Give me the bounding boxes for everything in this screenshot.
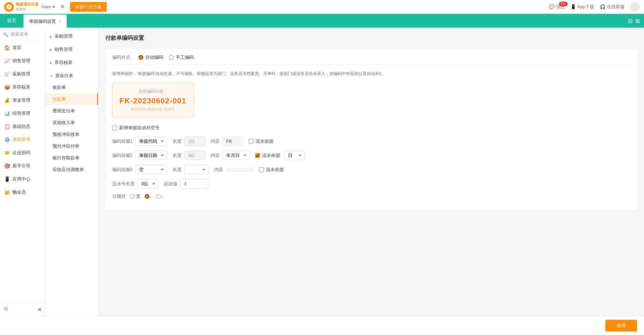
try-button[interactable]: 体验行业方案 bbox=[70, 2, 107, 12]
sec-item-adjust[interactable]: 应收应付调整单 bbox=[45, 164, 98, 176]
sidebar-collapse-icon[interactable]: ◀ bbox=[37, 306, 41, 312]
topbar-nav: Nare ▾ ⚙ 体验行业方案 bbox=[41, 2, 107, 12]
serial-row: 流水号长度 3位 4位 5位 起始值 bbox=[112, 179, 630, 188]
start-value-input[interactable] bbox=[180, 179, 208, 188]
prefix2-stream-field: 流水依据 日 月 年 bbox=[255, 151, 305, 160]
prefix2-row: 编码前缀2 单据日期 单据代码 空 长度 内容 年月日 年月 bbox=[112, 151, 630, 160]
sidebar-item-finance[interactable]: 💰 资金管理 bbox=[0, 94, 45, 107]
system-icon: ⚙️ bbox=[4, 137, 10, 142]
enterprise-icon: 🤝 bbox=[4, 150, 10, 156]
sidebar-item-sales[interactable]: 📈 销售管理 bbox=[0, 54, 45, 67]
prefix1-stream-field: 流水依据 bbox=[249, 138, 273, 145]
prefix2-length-label: 长度 bbox=[173, 152, 182, 159]
sec-group-inventory: ▶ 库存核算 bbox=[45, 57, 98, 68]
nav-dropdown[interactable]: Nare ▾ bbox=[41, 4, 55, 9]
sec-item-payment[interactable]: 付款单 bbox=[45, 93, 98, 105]
prefix1-length-field: 长度 bbox=[173, 137, 205, 146]
sec-header-purchase[interactable]: ▶ 采购管理 bbox=[45, 30, 98, 42]
prefix2-stream-unit-select[interactable]: 日 月 年 bbox=[284, 151, 305, 160]
auto-encode-radio[interactable]: 自动编码 bbox=[138, 54, 163, 61]
prefix1-select[interactable]: 单据代码 单据日期 空 bbox=[135, 137, 167, 146]
sec-item-bank[interactable]: 银行存取款单 bbox=[45, 152, 98, 164]
page-title: 付款单编码设置 bbox=[105, 35, 637, 42]
chevron-right-icon2: ▶ bbox=[50, 48, 52, 52]
maximize-icon[interactable]: ⊞ bbox=[635, 18, 640, 24]
sidebar-search[interactable]: 🔍 搜索菜单 bbox=[0, 28, 45, 41]
avatar[interactable] bbox=[630, 2, 640, 12]
sidebar-item-system[interactable]: ⚙️ 系统管理 bbox=[0, 133, 45, 146]
sidebar-item-home[interactable]: 🏠 首页 bbox=[0, 41, 45, 54]
sec-header-inventory[interactable]: ▶ 库存核算 bbox=[45, 57, 98, 68]
sec-header-capital[interactable]: ▼ 资金往来 bbox=[45, 70, 98, 82]
tab-single-encode[interactable]: 单据编码设置 × bbox=[23, 15, 67, 28]
app-download-button[interactable]: 📱 App下载 bbox=[570, 4, 594, 10]
sec-item-expense[interactable]: 费用支出单 bbox=[45, 105, 98, 117]
sidebar-settings-icon[interactable]: ⚙ bbox=[3, 306, 8, 312]
start-value-field: 起始值 bbox=[164, 179, 208, 188]
topbar-right: 💬 消息 99+ 📱 App下载 🎧 在线客服 bbox=[549, 2, 640, 12]
secondary-sidebar: ▶ 采购管理 ▶ 销售管理 ▶ 库存核算 ▼ 资金往来 收款单 付款单 费用支出… bbox=[45, 28, 98, 316]
tab-home[interactable]: 首页 bbox=[0, 14, 23, 28]
logo-text: 畅捷通好生意 旗舰版 bbox=[16, 2, 39, 12]
sep-dash-radio[interactable]: - bbox=[156, 194, 164, 199]
sep-dot-radio[interactable]: · bbox=[145, 194, 152, 199]
member-icon: 👑 bbox=[4, 189, 10, 195]
sidebar-item-guide[interactable]: 🎯 新手引导 bbox=[0, 159, 45, 173]
prefix3-length-select[interactable] bbox=[184, 165, 209, 174]
prefix1-length-label: 长度 bbox=[173, 138, 182, 145]
prefix2-content-field: 内容 年月日 年月 年 bbox=[211, 151, 250, 160]
sec-item-prepay-offset[interactable]: 预收冲应收单 bbox=[45, 129, 98, 140]
sep-none-radio[interactable]: 无 bbox=[130, 193, 141, 199]
message-button[interactable]: 💬 消息 99+ bbox=[549, 4, 565, 10]
sec-header-sales[interactable]: ▶ 销售管理 bbox=[45, 44, 98, 55]
sidebar-item-basic[interactable]: 📋 基础信息 bbox=[0, 120, 45, 133]
prefix3-row: 编码前缀3 空 单据代码 单据日期 长度 内容 bbox=[112, 165, 630, 174]
sidebar-item-appcenter[interactable]: 📱 应用中心 bbox=[0, 173, 45, 186]
content-area: 付款单编码设置 编码方式 自动编码 手工编码 新增单据时，'单据编码'自动生成，… bbox=[98, 28, 644, 316]
sidebar-item-operation[interactable]: 📊 经营管理 bbox=[0, 107, 45, 120]
tab-close-icon[interactable]: × bbox=[59, 19, 61, 24]
prefix2-select[interactable]: 单据日期 单据代码 空 bbox=[135, 151, 167, 160]
sidebar-item-purchase[interactable]: 🛒 采购管理 bbox=[0, 67, 45, 81]
message-icon: 💬 bbox=[549, 4, 555, 9]
service-icon: 🎧 bbox=[600, 4, 605, 9]
encoding-section: 编码方式 自动编码 手工编码 新增单据时，'单据编码'自动生成，不可编辑。前缀设… bbox=[105, 49, 637, 210]
online-service-button[interactable]: 🎧 在线客服 bbox=[600, 4, 625, 10]
sec-item-other-income[interactable]: 其他收入单 bbox=[45, 117, 98, 129]
preview-code: FK-20230602-001 bbox=[119, 96, 186, 105]
sec-item-advance-offset[interactable]: 预付冲应付单 bbox=[45, 140, 98, 152]
prefix2-content-select[interactable]: 年月日 年月 年 bbox=[222, 151, 250, 160]
prefix3-content-label: 内容 bbox=[214, 167, 223, 173]
prefix2-stream-checkbox[interactable] bbox=[255, 153, 260, 158]
tabbar-actions: ⊟ ⊞ bbox=[628, 18, 640, 24]
prefix3-stream-checkbox[interactable] bbox=[259, 167, 264, 172]
prefix3-select[interactable]: 空 单据代码 单据日期 bbox=[135, 165, 167, 174]
prefix2-length-field: 长度 bbox=[173, 151, 205, 160]
sec-group-purchase: ▶ 采购管理 bbox=[45, 30, 98, 42]
chevron-right-icon: ▶ bbox=[50, 35, 52, 38]
minimize-icon[interactable]: ⊟ bbox=[628, 18, 633, 24]
prefix3-field: 编码前缀3 空 单据代码 单据日期 bbox=[112, 165, 167, 174]
serial-length-select[interactable]: 3位 4位 5位 bbox=[137, 179, 158, 188]
prefix3-stream-field: 流水依据 bbox=[259, 167, 284, 173]
bottombar: 保存 bbox=[0, 316, 644, 335]
auto-fill-checkbox[interactable] bbox=[112, 125, 117, 130]
save-button[interactable]: 保存 bbox=[605, 320, 637, 332]
auto-fill-row: 新增单据自动补空号 bbox=[112, 125, 630, 131]
guide-icon: 🎯 bbox=[4, 163, 10, 169]
manual-encode-radio[interactable]: 手工编码 bbox=[169, 54, 194, 61]
finance-icon: 💰 bbox=[4, 97, 10, 103]
sidebar-item-member[interactable]: 👑 畅会员 bbox=[0, 186, 45, 199]
sidebar-item-inventory[interactable]: 📦 库存核算 bbox=[0, 81, 45, 94]
prefix1-stream-checkbox[interactable] bbox=[249, 139, 253, 144]
settings-button[interactable]: ⚙ bbox=[58, 2, 67, 12]
sec-group-capital: ▼ 资金往来 收款单 付款单 费用支出单 其他收入单 预收冲应收单 预付冲应付单… bbox=[45, 70, 98, 176]
topbar: 畅捷通好生意 旗舰版 Nare ▾ ⚙ 体验行业方案 💬 消息 99+ 📱 Ap… bbox=[0, 0, 644, 14]
separator-label: 分隔符 bbox=[112, 193, 126, 199]
sidebar-item-enterprise[interactable]: 🤝 企业协同 bbox=[0, 146, 45, 159]
prefix1-content-label: 内容 bbox=[211, 138, 220, 145]
prefix1-length-input bbox=[184, 137, 205, 146]
prefix3-length-field: 长度 bbox=[173, 165, 209, 174]
sec-item-receipt[interactable]: 收款单 bbox=[45, 82, 98, 93]
appcenter-icon: 📱 bbox=[4, 176, 10, 182]
